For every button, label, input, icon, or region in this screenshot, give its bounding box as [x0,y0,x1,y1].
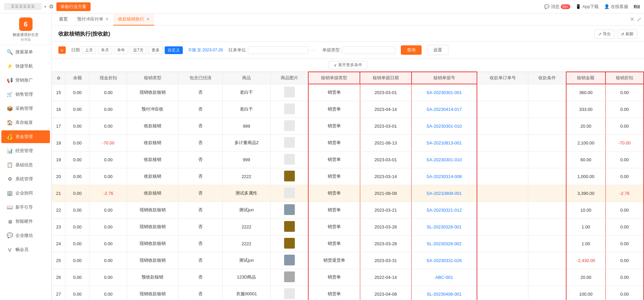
td-verify-type: 现销收款核销 [127,218,178,235]
app-label: App下载 [582,4,599,10]
dropdown-icon[interactable]: ▾ [44,4,46,9]
td-include-settled: 否 [178,151,222,168]
td-no: 16 [52,101,65,118]
industry-btn[interactable]: 体验行业方案 [56,2,91,11]
table-row: 18 0.00 -70.00 收款核销 否 多计量商品2 销货单 2021-08… [52,134,644,151]
td-verify-discount: 0.00 [605,235,644,252]
td-receipt-condition [528,252,566,269]
nav-item-operations[interactable]: 📊 经营管理 [1,144,50,157]
td-cash-discount: -70.00 [90,134,127,151]
filter-more-btn[interactable]: 更多 [149,46,163,54]
td-product: 123D商品 [222,269,270,286]
nav-item-quick-nav[interactable]: ⚡ 快捷导航 [1,60,50,73]
nav-item-search[interactable]: 🔍 搜索菜单 [1,46,50,58]
marketing-icon: 📢 [7,77,13,83]
td-verify-bill-no[interactable]: SA-20230331-026 [412,252,477,269]
td-include-settled: 否 [178,101,222,118]
purchase-icon: 📦 [7,105,13,112]
td-verify-amount: 1,000.00 [566,168,605,185]
td-verify-bill-date: 2023-03-01 [360,84,412,101]
expand-more-btn[interactable]: ∨ 展开更多条件 [329,61,367,69]
td-verify-bill-no[interactable]: SA-20230314-008 [412,168,477,185]
tab-expand-btn[interactable]: ⤢ [637,16,641,23]
td-verify-bill-no[interactable]: SA-20230301-001 [412,84,477,101]
refresh-btn[interactable]: ↺ 刷新 [617,30,637,39]
nav-label-operations: 经营管理 [15,148,33,154]
td-product-image [270,286,308,300]
filter-this-year-btn[interactable]: 本年 [114,46,128,54]
td-include-settled: 否 [178,202,222,218]
td-verify-bill-no[interactable]: SA-20230301-010 [412,118,477,134]
th-settings[interactable]: ⚙ [52,72,65,84]
td-verify-discount: 0.00 [605,269,644,286]
td-cash-discount: 0.00 [90,101,127,118]
nav-item-enterprise[interactable]: 🏢 企业协同 [1,187,50,200]
filter-expand-btn[interactable]: » [58,46,66,54]
td-receipt-order-no [477,168,528,185]
msg-item[interactable]: 💬 消息 99+ [544,4,571,10]
td-verify-bill-no[interactable]: ABC-001 [412,269,477,286]
td-verify-bill-no[interactable]: SA-20230414-017 [412,101,477,118]
filter-setting-btn[interactable]: 设置 [427,45,448,55]
th-include-settled: 包含已结清 [178,72,222,84]
td-verify-bill-no[interactable]: SA-20210808-001 [412,185,477,202]
app-item[interactable]: 📱 App下载 [576,4,599,10]
nav-label-search: 搜索菜单 [15,49,33,55]
nav-item-inventory[interactable]: 🏠 库存核算 [1,116,50,129]
td-product-image [270,185,308,202]
export-btn[interactable]: ↗ 导出 [594,30,614,39]
td-verify-type: 预付冲应收 [127,101,178,118]
filter-custom-btn[interactable]: 自定义 [165,46,183,54]
tab-receipt-close[interactable]: ✕ [146,17,150,22]
query-btn[interactable]: 查询 [401,45,422,55]
top-bar-right: 💬 消息 99+ 📱 App下载 👤 在线客服 Rit [544,4,640,10]
td-verify-bill-no[interactable]: SL-20230328-001 [412,218,477,235]
filter-receipt-type-select[interactable] [342,46,395,54]
search-nav-icon: 🔍 [7,49,13,55]
td-verify-bill-no[interactable]: SL-20230408-001 [412,286,477,300]
nav-item-member[interactable]: V 畅会员 [1,243,50,256]
nav-item-hardware[interactable]: 🖥 智能硬件 [1,215,50,228]
td-verify-bill-no[interactable]: SA-20210813-001 [412,134,477,151]
td-receipt-order-no [477,84,528,101]
tab-prepay[interactable]: 预付冲应付单 ✕ [72,13,113,26]
filter-this-month-btn[interactable]: 本月 [98,46,112,54]
nav-item-system[interactable]: ⚙ 系统管理 [1,173,50,185]
tab-receipt[interactable]: 收款核销执行 ✕ [113,13,154,26]
nav-item-wechat[interactable]: 💬 企业微信 [1,229,50,242]
th-verify-bill-no: 核销单据号 [412,72,477,84]
nav-item-basic[interactable]: 📋 基础信息 [1,159,50,171]
td-include-settled: 否 [178,218,222,235]
settings-icon[interactable]: ⚙ [49,3,54,10]
tab-home[interactable]: 首页 [54,13,72,26]
td-verify-amount: -2,430.00 [566,252,605,269]
nav-item-guide[interactable]: 📖 新手引导 [1,201,50,214]
nav-item-purchase[interactable]: 📦 采购管理 [1,102,50,115]
th-receipt-condition: 收款条件 [528,72,566,84]
nav-item-finance[interactable]: 💰 资金管理 [1,130,50,143]
th-verify-discount: 核销折扣 [605,72,644,84]
nav-item-marketing[interactable]: 📢 营销推广 [1,74,50,87]
product-image [284,87,295,97]
main-content: 首页 预付冲应付单 ✕ 收款核销执行 ✕ ✕ ⤢ 收款核销执行(按收款) ↗ [52,13,644,300]
td-verify-bill-no[interactable]: SL-20230328-002 [412,235,477,252]
td-receipt-condition [528,101,566,118]
td-receipt-condition [528,218,566,235]
filter-last-month-btn[interactable]: 上月 [82,46,96,54]
td-no: 15 [52,84,65,101]
td-cash-discount: 0.00 [90,252,127,269]
td-verify-bill-no[interactable]: SA-20230301-010 [412,151,477,168]
table-settings-icon[interactable]: ⚙ [57,76,61,81]
filter-last7-btn[interactable]: 近7天 [130,46,147,54]
td-verify-bill-no[interactable]: SA-20230321-012 [412,202,477,218]
sales-icon: 🛒 [7,91,13,97]
nav-item-sales[interactable]: 🛒 销售管理 [1,88,50,101]
tab-prepay-close[interactable]: ✕ [105,17,109,22]
guide-icon: 📖 [7,204,13,210]
nav-label-sales: 销售管理 [15,91,33,97]
td-verify-discount: 0.00 [605,168,644,185]
td-receipt-order-no [477,202,528,218]
filter-partner-input[interactable] [248,46,308,54]
tab-close-all-btn[interactable]: ✕ [630,16,634,23]
service-item[interactable]: 👤 在线客服 [604,4,628,10]
